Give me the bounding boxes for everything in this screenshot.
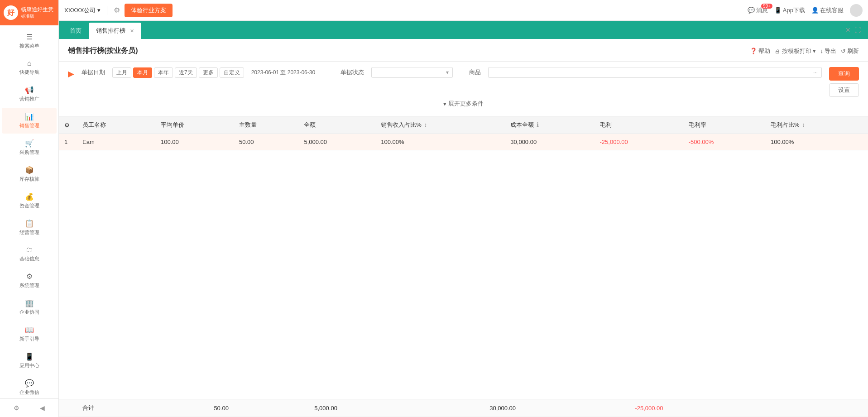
search-order-icon: ☰ xyxy=(26,33,33,41)
sidebar-item-finance[interactable]: 💰资金管理 xyxy=(2,188,57,214)
date-label: 单据日期 xyxy=(82,68,105,77)
summary-gross-pct xyxy=(825,399,868,417)
th-gross-pct: 毛利占比% ↕ xyxy=(765,116,868,134)
main-area: XXXXX公司 ▾ ⚙ 体验行业方案 💬 消息 99+ 📱 App下载 👤 在线… xyxy=(59,0,868,417)
content-area: 销售排行榜(按业务员) ❓ 帮助 🖨 按模板打印 ▾ ↓ 导出 xyxy=(59,39,868,417)
cost-help-icon[interactable]: ℹ xyxy=(537,121,539,128)
th-sales-pct: 销售收入占比% ↕ xyxy=(375,116,505,134)
refresh-icon: ↺ xyxy=(841,48,846,54)
sidebar-item-sys-mgmt[interactable]: ⚙系统管理 xyxy=(2,268,57,293)
goods-label: 商品 xyxy=(469,68,481,77)
row-amount: 5,000.00 xyxy=(298,134,375,150)
export-icon: ↓ xyxy=(820,48,824,54)
th-gross-rate: 毛利率 xyxy=(683,116,765,134)
sidebar-collapse-btn[interactable]: ◀ xyxy=(38,403,47,413)
print-btn[interactable]: 🖨 按模板打印 ▾ xyxy=(775,47,816,55)
logo-icon: 好 xyxy=(7,8,14,18)
topbar-right: 💬 消息 99+ 📱 App下载 👤 在线客服 xyxy=(748,4,863,17)
sidebar-item-app-center[interactable]: 📱应用中心 xyxy=(2,348,57,374)
window-maximize-btn[interactable]: ⛶ xyxy=(854,26,861,34)
date-btn-近7天[interactable]: 近7天 xyxy=(175,67,197,78)
row-rank: 1 xyxy=(59,134,77,150)
th-name: 员工名称 xyxy=(77,116,155,134)
th-avg-price: 平均单价 xyxy=(155,116,234,134)
company-name: XXXXX公司 xyxy=(64,6,96,14)
status-select[interactable]: ▾ xyxy=(371,67,453,78)
message-badge: 99+ xyxy=(761,4,772,9)
summary-avg-price xyxy=(166,399,208,417)
sidebar: 好 畅康通好生意 标准版 ☰搜索菜单⌂快捷导航📢营销推广📊销售管理🛒采购管理📦库… xyxy=(0,0,59,417)
filter-expand-icon[interactable]: ▶ xyxy=(68,69,74,79)
filter-area: ▶ 单据日期 上月本月本年近7天更多自定义 2023-06-01 至 2023-… xyxy=(59,62,868,116)
table-body: 1 Eam 100.00 50.00 5,000.00 100.00% 30,0… xyxy=(59,134,868,150)
purchase-mgmt-icon: 🛒 xyxy=(25,139,34,148)
row-name: Eam xyxy=(77,134,155,150)
row-sales-pct: 100.00% xyxy=(375,134,505,150)
sidebar-footer: ⚙ ◀ xyxy=(0,398,58,417)
date-btn-自定义[interactable]: 自定义 xyxy=(220,67,244,78)
inventory-icon: 📦 xyxy=(25,166,34,174)
enterprise-wechat-icon: 💬 xyxy=(25,379,34,388)
sidebar-item-search-order[interactable]: ☰搜索菜单 xyxy=(2,28,57,54)
query-btn[interactable]: 查询 xyxy=(829,67,859,81)
row-gross-rate: -500.00% xyxy=(683,134,765,150)
row-gross-pct: 100.00% xyxy=(765,134,868,150)
print-dropdown-icon: ▾ xyxy=(813,48,816,54)
settings-btn[interactable]: 设置 xyxy=(829,83,859,97)
sidebar-logo: 好 xyxy=(4,5,18,20)
expand-chevron-icon: ▾ xyxy=(443,101,446,107)
tab-home[interactable]: 首页 xyxy=(62,23,89,39)
sidebar-settings-btn[interactable]: ⚙ xyxy=(12,403,21,413)
topbar-settings-btn[interactable]: ⚙ xyxy=(114,6,120,14)
trial-btn[interactable]: 体验行业方案 xyxy=(125,4,173,17)
tab-close-icon[interactable]: ✕ xyxy=(130,28,134,34)
date-btn-更多[interactable]: 更多 xyxy=(199,67,218,78)
date-btn-本年[interactable]: 本年 xyxy=(154,67,173,78)
export-btn[interactable]: ↓ 导出 xyxy=(820,47,837,55)
window-close-btn[interactable]: ✕ xyxy=(845,26,851,34)
gross-pct-sort-icon[interactable]: ↕ xyxy=(802,121,805,128)
sidebar-nav: ☰搜索菜单⌂快捷导航📢营销推广📊销售管理🛒采购管理📦库存核算💰资金管理📋经营管理… xyxy=(0,25,58,398)
date-buttons: 上月本月本年近7天更多自定义 xyxy=(112,67,244,78)
date-btn-本月[interactable]: 本月 xyxy=(133,67,152,78)
sidebar-header: 好 畅康通好生意 标准版 xyxy=(0,0,58,25)
refresh-btn[interactable]: ↺ 刷新 xyxy=(841,47,859,55)
help-btn[interactable]: ❓ 帮助 xyxy=(750,47,770,55)
sales-pct-sort-icon[interactable]: ↕ xyxy=(424,121,427,128)
sidebar-item-inventory[interactable]: 📦库存核算 xyxy=(2,161,57,187)
goods-select[interactable]: ··· xyxy=(488,67,822,78)
summary-amount: 5,000.00 xyxy=(309,399,441,417)
expand-more-btn[interactable]: ▾ 展开更多条件 xyxy=(68,97,859,110)
message-icon: 💬 xyxy=(748,7,755,14)
tab-sales-rank[interactable]: 销售排行榜 ✕ xyxy=(89,23,141,39)
sidebar-item-quick-nav[interactable]: ⌂快捷导航 xyxy=(2,55,57,80)
th-cost: 成本全额 ℹ xyxy=(505,116,594,134)
sidebar-item-basic-info[interactable]: 🗂基础信息 xyxy=(2,241,57,267)
app-download-btn[interactable]: 📱 App下载 xyxy=(774,6,805,14)
topbar-divider xyxy=(107,6,107,15)
message-btn[interactable]: 💬 消息 99+ xyxy=(748,6,768,14)
sidebar-item-enterprise[interactable]: 🏢企业协同 xyxy=(2,294,57,320)
help-icon: ❓ xyxy=(750,48,757,54)
company-selector[interactable]: XXXXX公司 ▾ xyxy=(64,6,101,14)
sidebar-item-guide[interactable]: 📖新手引导 xyxy=(2,321,57,347)
table-header-row: ⚙ 员工名称 平均单价 主数量 全额 销售收入占比% ↕ 成本全额 ℹ 毛利 毛… xyxy=(59,116,868,134)
th-gross: 毛利 xyxy=(595,116,683,134)
sidebar-item-enterprise-wechat[interactable]: 💬企业微信 xyxy=(2,374,57,398)
sidebar-item-purchase-mgmt[interactable]: 🛒采购管理 xyxy=(2,134,57,160)
page-title: 销售排行榜(按业务员) xyxy=(68,46,138,56)
sidebar-item-marketing[interactable]: 📢营销推广 xyxy=(2,81,57,107)
sidebar-item-operation[interactable]: 📋经营管理 xyxy=(2,215,57,240)
date-btn-上月[interactable]: 上月 xyxy=(112,67,131,78)
online-service-btn[interactable]: 👤 在线客服 xyxy=(811,6,844,14)
summary-table: 合计 50.00 5,000.00 30,000.00 -25,000.00 xyxy=(59,399,868,417)
row-qty: 50.00 xyxy=(234,134,298,150)
table-footer: 合计 50.00 5,000.00 30,000.00 -25,000.00 xyxy=(59,399,868,417)
user-avatar[interactable] xyxy=(850,4,863,17)
th-amount: 全额 xyxy=(298,116,375,134)
sidebar-item-sales-mgmt[interactable]: 📊销售管理 xyxy=(2,108,57,134)
header-actions: ❓ 帮助 🖨 按模板打印 ▾ ↓ 导出 ↺ 刷新 xyxy=(750,47,859,55)
table-container: ⚙ 员工名称 平均单价 主数量 全额 销售收入占比% ↕ 成本全额 ℹ 毛利 毛… xyxy=(59,116,868,399)
th-settings[interactable]: ⚙ xyxy=(59,116,77,134)
guide-icon: 📖 xyxy=(25,326,34,334)
